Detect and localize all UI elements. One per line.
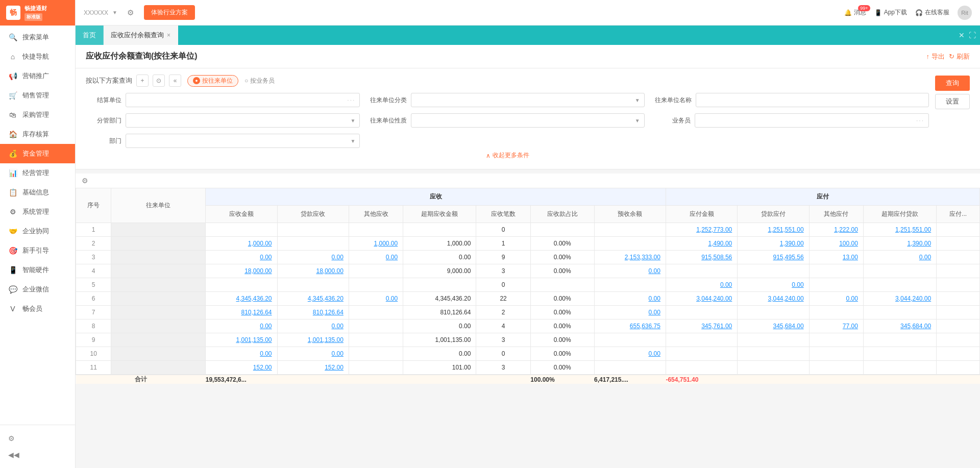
- sidebar-quick-label: 快捷导航: [22, 52, 49, 61]
- sidebar-sales-label: 销售管理: [22, 91, 49, 100]
- tab-close-icon[interactable]: ×: [167, 32, 170, 39]
- avatar: Rit: [958, 6, 972, 20]
- sidebar-inventory-label: 库存核算: [22, 130, 49, 139]
- tabbar-close-icon[interactable]: ✕: [959, 31, 965, 39]
- main-content: 应收应付余额查询(按往来单位) ↑ 导出 ↻ 刷新 按以下方案查询 + ⊙ «: [76, 45, 980, 468]
- input-settlement-unit[interactable]: ···: [126, 93, 360, 107]
- col-ar-ratio: 应收款占比: [530, 206, 594, 223]
- table-row: 64,345,436.204,345,436.200.004,345,436.2…: [76, 292, 980, 306]
- input-dept[interactable]: ▼: [126, 113, 360, 128]
- refresh-icon: ↻: [949, 53, 954, 60]
- table-settings-icon[interactable]: ⚙: [82, 177, 88, 185]
- table-row: 7810,126.64810,126.64810,126.6420.00%0.0…: [76, 306, 980, 319]
- sidebar-marketing-icon: 📢: [8, 71, 17, 81]
- sidebar-item-finance[interactable]: 💰 资金管理: [0, 144, 75, 163]
- app-icon: 📱: [874, 9, 882, 16]
- table-settings-bar: ⚙: [76, 174, 980, 188]
- input-partner-nature[interactable]: ▼: [411, 113, 644, 128]
- refresh-label: 刷新: [957, 52, 970, 61]
- collapse-icon: ◀◀: [8, 451, 19, 459]
- sidebar-corp-label: 企业协同: [22, 227, 49, 236]
- sidebar-item-search[interactable]: 🔍 搜索菜单: [0, 28, 75, 47]
- sidebar-item-marketing[interactable]: 📢 营销推广: [0, 66, 75, 86]
- msg-button[interactable]: 🔔 消息 99+: [844, 8, 866, 17]
- sidebar-item-system[interactable]: ⚙ 系统管理: [0, 202, 75, 221]
- sidebar-system-label: 系统管理: [22, 207, 49, 216]
- refresh-button[interactable]: ↻ 刷新: [949, 52, 970, 61]
- breadcrumb: XXXXXX ▼ ⚙: [84, 6, 138, 20]
- sidebar-wechat-label: 企业微信: [22, 285, 49, 294]
- sidebar-finance-label: 资金管理: [22, 149, 49, 158]
- tab-ar-ap[interactable]: 应收应付余额查询 ×: [104, 26, 178, 45]
- chevron-down-icon4: ▼: [350, 138, 355, 144]
- app-download-button[interactable]: 📱 App下载: [874, 8, 907, 17]
- sidebar-item-inventory[interactable]: 🏠 库存核算: [0, 125, 75, 144]
- total-label: 合计: [76, 375, 206, 384]
- filter-by-salesman[interactable]: ○ 按业务员: [244, 77, 275, 85]
- collapse-btn[interactable]: ∧ 收起更多条件: [86, 148, 929, 163]
- sidebar-basic-icon: 📋: [8, 188, 17, 197]
- sidebar-vip-icon: V: [8, 304, 17, 313]
- sidebar-item-vip[interactable]: V 畅会员: [0, 299, 75, 318]
- topbar-gear-icon[interactable]: ⚙: [124, 6, 138, 20]
- sidebar-hardware-icon: 📱: [8, 265, 17, 275]
- table-row: 500.000.00: [76, 278, 980, 292]
- topbar-right: 🔔 消息 99+ 📱 App下载 🎧 在线客服 Rit: [844, 6, 972, 20]
- field-partner-category: 往来单位分类 ▼: [370, 93, 644, 107]
- user-name: Rit: [961, 10, 968, 16]
- promo-button[interactable]: 体验行业方案: [144, 5, 195, 20]
- tab-home[interactable]: 首页: [76, 26, 104, 45]
- total-ar-prepay[interactable]: 6,417,215....: [594, 375, 666, 384]
- filter-by-company[interactable]: ● 按往来单位: [187, 75, 238, 87]
- col-ap-overdue: 超期应付贷款: [863, 206, 936, 223]
- tabbar-expand-icon[interactable]: ⛶: [969, 31, 976, 39]
- table-body: 101,252,773.001,251,551.001,222.001,251,…: [76, 223, 980, 375]
- company-cell: [111, 333, 206, 347]
- online-service-button[interactable]: 🎧 在线客服: [915, 8, 949, 17]
- sidebar-item-operation[interactable]: 📊 经营管理: [0, 163, 75, 183]
- service-label: 在线客服: [925, 8, 949, 17]
- total-ar-overdue: [403, 375, 476, 384]
- input-partner-name[interactable]: [696, 93, 929, 107]
- sidebar-item-guide[interactable]: 🎯 新手引导: [0, 241, 75, 260]
- field-department: 部门 ▼: [86, 134, 360, 148]
- sidebar-item-purchase[interactable]: 🛍 采购管理: [0, 105, 75, 125]
- collapse-btn-label: 收起更多条件: [493, 151, 529, 160]
- page-title: 应收应付余额查询(按往来单位): [86, 51, 198, 62]
- sidebar-item-corp[interactable]: 🤝 企业协同: [0, 221, 75, 241]
- sidebar-settings-btn[interactable]: ⚙: [0, 430, 75, 447]
- sidebar-item-sales[interactable]: 🛒 销售管理: [0, 86, 75, 105]
- topbar: XXXXXX ▼ ⚙ 体验行业方案 🔔 消息 99+ 📱 App下载 🎧 在线客…: [76, 0, 980, 26]
- data-table: 序号 往来单位 应收 应付 应收金额 贷款应收 其他应收 超期应收金额 应收笔数…: [76, 188, 980, 384]
- total-ap-more: [937, 375, 980, 384]
- col-ap-group-header: 应付: [666, 188, 979, 206]
- sidebar-item-basic[interactable]: 📋 基础信息: [0, 183, 75, 202]
- search-toolbar: 按以下方案查询 + ⊙ « ● 按往来单位 ○ 按业务员: [86, 75, 929, 87]
- sidebar-vip-label: 畅会员: [22, 304, 42, 313]
- sidebar-item-hardware[interactable]: 📱 智能硬件: [0, 260, 75, 280]
- sidebar-corp-icon: 🤝: [8, 227, 17, 236]
- user-avatar[interactable]: Rit: [958, 6, 972, 20]
- export-button[interactable]: ↑ 导出: [926, 52, 945, 61]
- filter-settings-btn[interactable]: ⊙: [153, 75, 165, 87]
- total-ap-amount: -654,751.40: [666, 375, 737, 384]
- tabbar-right: ✕ ⛶: [959, 31, 980, 39]
- query-button[interactable]: 查询: [935, 76, 970, 91]
- table-scroll[interactable]: 序号 往来单位 应收 应付 应收金额 贷款应收 其他应收 超期应收金额 应收笔数…: [76, 188, 980, 384]
- input-salesman[interactable]: ···: [695, 113, 929, 128]
- company-cell: [111, 292, 206, 306]
- input-department[interactable]: ▼: [126, 134, 360, 148]
- sidebar-collapse-btn[interactable]: ◀◀: [0, 447, 75, 463]
- table-row: 21,000.001,000.001,000.0010.00%1,490.001…: [76, 237, 980, 251]
- sidebar-item-quick[interactable]: ⌂ 快捷导航: [0, 47, 75, 66]
- col-ap-more: 应付...: [937, 206, 980, 223]
- search-actions: 查询 设置: [935, 75, 970, 163]
- sidebar-item-wechat[interactable]: 💬 企业微信: [0, 280, 75, 299]
- breadcrumb-caret[interactable]: ▼: [112, 10, 117, 15]
- add-filter-btn[interactable]: +: [136, 75, 149, 87]
- total-ar-amount[interactable]: 19,553,472,6...: [206, 375, 277, 384]
- setting-button[interactable]: 设置: [935, 94, 970, 109]
- total-ar-ratio: 100.00%: [530, 375, 594, 384]
- input-partner-category[interactable]: ▼: [411, 93, 644, 107]
- filter-more-btn[interactable]: «: [169, 75, 181, 87]
